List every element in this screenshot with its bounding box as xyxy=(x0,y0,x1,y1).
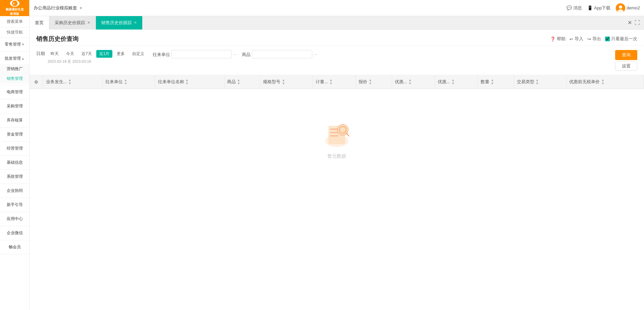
sort-icon-5: ▲▼ xyxy=(282,79,285,85)
th-discount-rate[interactable]: 优惠... ▲▼ xyxy=(392,75,435,89)
export-icon: ↪ xyxy=(587,37,591,42)
sidebar-item-system-label: 系统管理 xyxy=(7,174,23,179)
sidebar-item-basic[interactable]: 基础信息 xyxy=(0,157,29,168)
date-btn-1month[interactable]: 近1月 xyxy=(96,50,113,58)
date-btn-today[interactable]: 今天 xyxy=(63,50,77,58)
th-discount-amount[interactable]: 优惠... ▲▼ xyxy=(435,75,478,89)
tab-sales-close-icon[interactable]: ✕ xyxy=(134,20,137,25)
sidebar-item-wechat[interactable]: 企业微信 xyxy=(0,227,29,239)
settings-button[interactable]: 设置 xyxy=(615,61,637,71)
username: demo2 xyxy=(627,5,640,10)
sidebar-item-guide-label: 新手引导 xyxy=(7,202,23,208)
date-btn-7days[interactable]: 近7天 xyxy=(78,50,95,58)
sidebar-item-purchase[interactable]: 采购管理 xyxy=(0,101,29,112)
user-menu[interactable]: demo2 xyxy=(616,3,640,13)
tab-purchase-close-icon[interactable]: ✕ xyxy=(87,20,90,25)
partner-input[interactable] xyxy=(171,50,232,58)
main-area: 办公用品行业模拟账套 ▾ 💬 消息 📱 App下载 demo2 首页 xyxy=(30,0,644,310)
filter-actions: 查询 设置 xyxy=(615,50,637,71)
sort-icon-4: ▲▼ xyxy=(237,79,240,85)
sidebar-item-finance[interactable]: 资金管理 xyxy=(0,129,29,140)
topbar-title: 办公用品行业模拟账套 xyxy=(34,5,77,11)
date-btn-custom[interactable]: 自定义 xyxy=(129,50,147,58)
th-date-label: 业务发生... xyxy=(46,79,67,85)
sidebar-section-collab: 企业协同 xyxy=(0,184,29,198)
sidebar-section-system: 系统管理 xyxy=(0,170,29,184)
app-download-btn[interactable]: 📱 App下载 xyxy=(587,5,610,11)
sidebar-item-operations[interactable]: 经营管理 xyxy=(0,143,29,154)
sidebar-item-ecommerce[interactable]: 电商管理 xyxy=(0,87,29,98)
sidebar-section-wechat: 企业微信 xyxy=(0,226,29,240)
th-quote[interactable]: 报价 ▲▼ xyxy=(356,75,392,89)
tab-purchase-label: 采购历史价跟踪 xyxy=(55,20,85,26)
tab-sales[interactable]: 销售历史价跟踪 ✕ xyxy=(96,16,143,30)
th-spec[interactable]: 规格型号 ▲▼ xyxy=(260,75,313,89)
sidebar-item-sales[interactable]: 销售管理 xyxy=(0,74,29,84)
th-quantity[interactable]: 数量 ▲▼ xyxy=(478,75,514,89)
date-buttons: 昨天 今天 近7天 近1月 更多 自定义 xyxy=(48,50,147,58)
query-button[interactable]: 查询 xyxy=(615,50,637,60)
help-label: 帮助 xyxy=(557,36,566,42)
import-label: 导入 xyxy=(575,36,583,42)
th-no-tax-price[interactable]: 优惠前无税单价 ▲▼ xyxy=(567,75,644,89)
app-sub: 标准版 xyxy=(10,12,19,16)
close-all-tabs-icon[interactable]: ✕ xyxy=(628,19,632,26)
fullscreen-icon[interactable]: ⛶ xyxy=(635,20,640,26)
empty-icon xyxy=(320,116,354,149)
date-btn-more[interactable]: 更多 xyxy=(114,50,128,58)
date-btn-yesterday[interactable]: 昨天 xyxy=(48,50,62,58)
import-btn[interactable]: ↩ 导入 xyxy=(570,36,583,42)
export-btn[interactable]: ↪ 导出 xyxy=(587,36,601,42)
sidebar-section-basic: 基础信息 xyxy=(0,156,29,170)
help-btn[interactable]: ❓ 帮助 xyxy=(550,36,566,42)
content-area: 销售历史价查询 ❓ 帮助 ↩ 导入 ↪ 导出 只看最后一次 xyxy=(30,30,644,310)
sidebar-item-collab[interactable]: 企业协同 xyxy=(0,185,29,196)
sidebar-section-guide: 新手引导 xyxy=(0,198,29,212)
sidebar-item-apps-label: 应用中心 xyxy=(7,216,23,222)
topbar: 办公用品行业模拟账套 ▾ 💬 消息 📱 App下载 demo2 xyxy=(30,0,644,16)
tab-purchase[interactable]: 采购历史价跟踪 ✕ xyxy=(49,16,96,30)
th-unit[interactable]: 计量... ▲▼ xyxy=(313,75,356,89)
sidebar-item-marketing[interactable]: 营销推广 xyxy=(0,64,29,74)
app-name: 畅捷通好生意 xyxy=(6,7,24,12)
svg-point-0 xyxy=(12,1,17,6)
product-input[interactable] xyxy=(252,50,312,58)
sidebar-item-wholesale[interactable]: 批发管理 ▲ xyxy=(0,53,29,64)
sidebar-item-member[interactable]: 畅会员 xyxy=(0,242,29,253)
search-menu[interactable]: 搜索菜单 xyxy=(0,16,29,28)
svg-line-12 xyxy=(346,133,349,136)
sidebar-item-member-label: 畅会员 xyxy=(9,244,21,250)
sidebar-logo: 6 畅捷通好生意 标准版 xyxy=(0,0,29,16)
product-select-icon[interactable]: ··· xyxy=(314,52,317,57)
th-trade-type[interactable]: 交易类型 ▲▼ xyxy=(514,75,567,89)
sidebar-item-apps[interactable]: 应用中心 xyxy=(0,213,29,224)
topbar-dropdown-icon[interactable]: ▾ xyxy=(80,6,82,10)
th-date[interactable]: 业务发生... ▲▼ xyxy=(43,75,102,89)
sidebar-section-ecommerce: 电商管理 xyxy=(0,85,29,99)
th-product[interactable]: 商品 ▲▼ xyxy=(224,75,260,89)
sidebar-item-retail[interactable]: 零售管理 ▼ xyxy=(0,39,29,50)
svg-rect-9 xyxy=(330,135,338,137)
partner-select-icon[interactable]: ··· xyxy=(233,52,236,57)
th-quantity-label: 数量 xyxy=(481,79,489,85)
only-last-checkbox[interactable] xyxy=(605,37,610,41)
th-settings[interactable]: ⚙ xyxy=(30,75,43,89)
sidebar-item-guide[interactable]: 新手引导 xyxy=(0,199,29,210)
chevron-up-icon: ▲ xyxy=(21,57,25,60)
topbar-left: 办公用品行业模拟账套 ▾ xyxy=(34,5,82,11)
th-partner-code[interactable]: 往来单位 ▲▼ xyxy=(102,75,155,89)
sidebar-section-finance: 资金管理 xyxy=(0,127,29,142)
th-partner-name[interactable]: 往来单位名称 ▲▼ xyxy=(155,75,224,89)
tabbar-end: ✕ ⛶ xyxy=(628,19,644,26)
sidebar-item-inventory[interactable]: 库存核算 xyxy=(0,115,29,126)
message-label: 消息 xyxy=(573,5,582,11)
date-range-text: 2023-02-18 至 2023-03-18 xyxy=(48,59,147,64)
th-discount-amount-label: 优惠... xyxy=(438,79,450,85)
sort-icon: ▲▼ xyxy=(68,79,71,85)
sidebar-item-operations-label: 经营管理 xyxy=(7,146,23,151)
date-label: 日期 xyxy=(36,50,45,57)
quick-nav[interactable]: 快捷导航 xyxy=(0,28,29,38)
tab-home[interactable]: 首页 xyxy=(30,16,49,30)
sidebar-item-system[interactable]: 系统管理 xyxy=(0,171,29,182)
message-btn[interactable]: 💬 消息 xyxy=(567,5,582,11)
